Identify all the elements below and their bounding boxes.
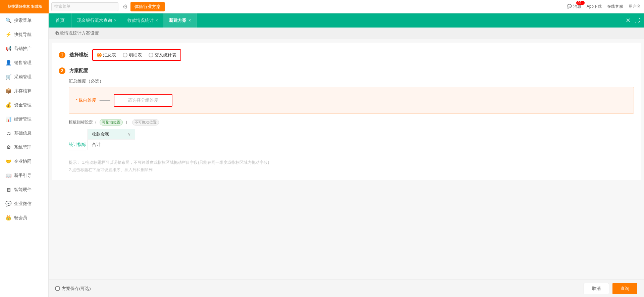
guide-icon: 📖 (5, 172, 11, 179)
gear-icon[interactable]: ⚙ (122, 3, 128, 10)
sidebar-item-cooperation[interactable]: 🤝 企业协同 (0, 154, 48, 168)
marketing-icon: 📢 (5, 46, 11, 52)
sidebar-item-basic[interactable]: 🗂 基础信息 (0, 126, 48, 140)
service-button[interactable]: 在线客服 (607, 4, 623, 9)
save-checkbox[interactable]: 方案保存(可选) (55, 286, 91, 292)
main-layout: 🔍 搜索菜单 ⚡ 快捷导航 📢 营销推广 👤 销售管理 🛒 采购管理 📦 库存核… (0, 13, 644, 297)
dimension-select[interactable]: 请选择分组维度 (114, 94, 172, 107)
message-button[interactable]: 💬 消息 99+ (567, 4, 581, 9)
metrics-amount-arrow[interactable]: ∨ (128, 132, 131, 137)
sidebar-item-search[interactable]: 🔍 搜索菜单 (0, 13, 48, 28)
msg-count: 99+ (576, 1, 585, 5)
sidebar-item-inventory[interactable]: 📦 库存核算 (0, 84, 48, 98)
hint-item2: 2.点击标题栏下拉可设置排序、插入列和删除列 (69, 166, 634, 174)
sidebar-label-hardware: 智能硬件 (14, 187, 32, 193)
sidebar-item-sales[interactable]: 👤 销售管理 (0, 56, 48, 70)
movable-badge: 可拖动位置 (100, 119, 123, 126)
top-actions: 💬 消息 99+ App下载 在线客服 用户名 (567, 4, 641, 9)
tab-cashflow-close[interactable]: × (114, 18, 116, 23)
maximize-icon[interactable]: ⛶ (635, 17, 640, 23)
sidebar-label-wechat: 企业微信 (14, 201, 32, 207)
cancel-button[interactable]: 取消 (584, 283, 609, 294)
quick-icon: ⚡ (5, 32, 11, 38)
save-checkbox-input[interactable] (55, 286, 60, 291)
sidebar-item-quick[interactable]: ⚡ 快捷导航 (0, 28, 48, 42)
sidebar-item-member[interactable]: 👑 畅会员 (0, 211, 48, 225)
sidebar-label-guide: 新手引导 (14, 172, 32, 179)
tab-newplan-close[interactable]: × (189, 18, 191, 23)
tab-collection[interactable]: 收款情况统计 × (122, 13, 164, 28)
metrics-table: 收款金额 ∨ 合计 (88, 129, 135, 150)
close-window-icon[interactable]: ✕ (626, 17, 631, 24)
dimension-section-label: 汇总维度（必选） (69, 78, 634, 84)
metrics-amount-label: 收款金额 (92, 131, 109, 137)
radio-summary-label: 汇总表 (103, 52, 116, 58)
sidebar-label-sales: 销售管理 (14, 60, 32, 66)
sidebar-label-marketing: 营销推广 (14, 46, 32, 52)
step2-section: 2 方案配置 汇总维度（必选） * 纵向维度 —— 请选择分组维度 (59, 67, 634, 174)
sidebar-item-system[interactable]: ⚙ 系统管理 (0, 140, 48, 154)
msg-label: 消息 (573, 4, 581, 9)
tab-collection-close[interactable]: × (156, 18, 158, 23)
tab-home[interactable]: 首页 (49, 13, 72, 28)
sidebar-label-basic: 基础信息 (14, 130, 32, 136)
metrics-row-amount[interactable]: 收款金额 ∨ (88, 129, 135, 140)
hardware-icon: 🖥 (5, 187, 11, 193)
movable-separator: ） (125, 119, 129, 125)
sidebar-label-member: 畅会员 (14, 215, 27, 221)
radio-cross-dot (149, 53, 153, 57)
sidebar-item-hardware[interactable]: 🖥 智能硬件 (0, 183, 48, 197)
content-area: 首页 现金银行流水查询 × 收款情况统计 × 新建方案 × ✕ ⛶ (49, 13, 644, 297)
brand-name: 畅捷通好生意 (8, 4, 30, 9)
section-header: 收款情况统计方案设置 (49, 28, 644, 39)
tab-cashflow[interactable]: 现金银行流水查询 × (72, 13, 122, 28)
user-info[interactable]: 用户名 (629, 4, 641, 9)
radio-summary[interactable]: 汇总表 (97, 52, 116, 58)
metrics-row-total: 合计 (88, 140, 135, 150)
sidebar-item-wechat[interactable]: 💬 企业微信 (0, 197, 48, 211)
sidebar-item-marketing[interactable]: 📢 营销推广 (0, 42, 48, 56)
template-options: 汇总表 明细表 交叉统计表 (92, 49, 181, 61)
radio-detail-label: 明细表 (129, 52, 142, 58)
section-header-text: 收款情况统计方案设置 (55, 31, 99, 36)
finance-icon: 💰 (5, 102, 11, 108)
step1-row: 1 选择模板 汇总表 明细表 交叉统计表 (59, 49, 634, 61)
tab-newplan[interactable]: 新建方案 × (164, 13, 197, 28)
sidebar-label-inventory: 库存核算 (14, 88, 32, 94)
unmovable-badge: 不可拖动位置 (132, 119, 159, 126)
sidebar-label-management: 经营管理 (14, 116, 32, 122)
sidebar-label-quick: 快捷导航 (14, 32, 32, 38)
sidebar-item-management[interactable]: 📊 经营管理 (0, 112, 48, 126)
step1-num: 1 (59, 52, 65, 58)
top-bar: 畅捷通好生意 标准版 搜索菜单 ⚙ 体验行业方案 💬 消息 99+ App下载 … (0, 0, 644, 13)
search-bar[interactable]: 搜索菜单 (51, 2, 118, 11)
sidebar-item-guide[interactable]: 📖 新手引导 (0, 168, 48, 183)
tab-home-label: 首页 (55, 17, 65, 23)
sales-icon: 👤 (5, 60, 11, 66)
step2-label: 方案配置 (69, 68, 88, 74)
sidebar-label-purchase: 采购管理 (14, 74, 32, 80)
metrics-section-label: 模板指标设定（ (69, 119, 97, 125)
sidebar-item-finance[interactable]: 💰 资金管理 (0, 98, 48, 112)
tab-bar: 首页 现金银行流水查询 × 收款情况统计 × 新建方案 × ✕ ⛶ (49, 13, 644, 28)
sidebar-item-purchase[interactable]: 🛒 采购管理 (0, 70, 48, 84)
basic-icon: 🗂 (5, 131, 11, 136)
inventory-icon: 📦 (5, 88, 11, 94)
sidebar-label-cooperation: 企业协同 (14, 158, 32, 164)
tab-bar-actions: ✕ ⛶ (622, 13, 644, 28)
industry-button[interactable]: 体验行业方案 (130, 2, 165, 11)
search-icon: 🔍 (5, 17, 11, 23)
radio-detail[interactable]: 明细表 (123, 52, 142, 58)
hint-title: 提示： 1.拖动标题栏可以调整布局，不可跨维度或指标区域拖动栏目字段(只能在同一… (69, 159, 634, 166)
download-button[interactable]: App下载 (587, 4, 602, 9)
metrics-label-row: 模板指标设定（ 可拖动位置 ） 不可拖动位置 (69, 119, 634, 126)
radio-cross[interactable]: 交叉统计表 (149, 52, 176, 58)
query-button[interactable]: 查询 (612, 283, 637, 294)
sidebar-label-finance: 资金管理 (14, 102, 32, 108)
system-icon: ⚙ (5, 144, 11, 150)
bottom-bar: 方案保存(可选) 取消 查询 (49, 280, 644, 297)
sidebar-label-search: 搜索菜单 (14, 17, 32, 23)
save-label: 方案保存(可选) (62, 286, 91, 292)
metrics-total-label: 合计 (92, 142, 101, 148)
management-icon: 📊 (5, 116, 11, 122)
